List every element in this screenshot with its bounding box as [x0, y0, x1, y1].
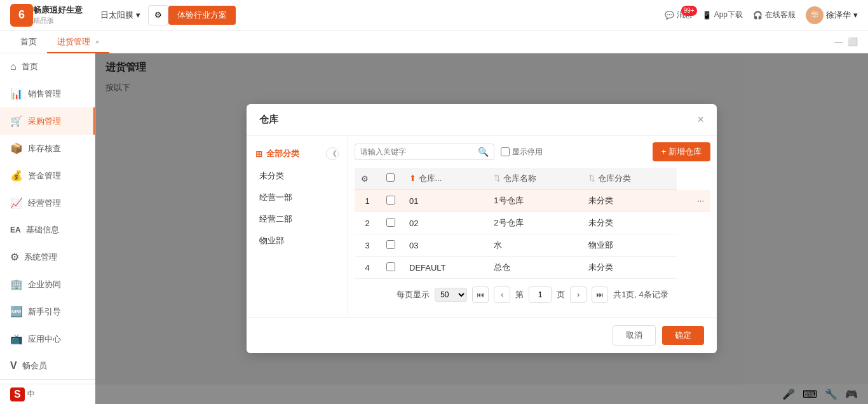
row-checkbox[interactable] [380, 234, 403, 257]
row-checkbox[interactable] [380, 257, 403, 279]
tab-home[interactable]: 首页 [10, 30, 47, 53]
tab-minimize-icon[interactable]: — [834, 37, 843, 46]
sidebar: ⌂ 首页 📊 销售管理 🛒 采购管理 📦 库存核查 💰 资金管理 📈 经营管理 … [0, 53, 95, 404]
row-category: 未分类 [582, 257, 677, 279]
chevron-down-icon: ▾ [136, 10, 140, 20]
row-category: 未分类 [582, 212, 677, 234]
sidebar-item-app-center[interactable]: 📺 应用中心 [0, 325, 95, 353]
col-settings: ⚙ [355, 168, 380, 190]
row-checkbox[interactable] [380, 212, 403, 234]
row-name: 水 [487, 234, 582, 257]
table-row[interactable]: 4 DEFAULT 总仓 未分类 [355, 257, 710, 279]
table-row[interactable]: 2 02 2号仓库 未分类 [355, 212, 710, 234]
table-header-row: ⚙ ⬆ 仓库... [355, 168, 710, 190]
page-label: 第 [515, 289, 524, 300]
table-row[interactable]: 3 03 水 物业部 [355, 234, 710, 257]
online-service-item[interactable]: 🎧 在线客服 [753, 10, 796, 20]
row-code: 01 [403, 190, 487, 212]
sidebar-item-inventory[interactable]: 📦 库存核查 [0, 135, 95, 162]
sidebar-item-system[interactable]: ⚙ 系统管理 [0, 243, 95, 271]
guide-icon: 🆕 [10, 306, 23, 318]
category-panel: ⊞ 全部分类 《 未分类 经营一部 经营二部 物业部 [247, 136, 348, 317]
messages-icon-item[interactable]: 💬 消息 99+ [665, 10, 692, 20]
tab-purchase[interactable]: 进货管理 × [47, 30, 109, 53]
app-download-item[interactable]: 📱 App下载 [702, 10, 743, 20]
sidebar-item-finance[interactable]: 💰 资金管理 [0, 162, 95, 189]
headset-icon: 🎧 [753, 11, 763, 20]
per-page-select[interactable]: 50 20 100 [435, 288, 467, 302]
sidebar-item-operation[interactable]: 📈 经营管理 [0, 189, 95, 217]
row-num: 2 [355, 212, 380, 234]
col-checkbox [380, 168, 403, 190]
phone-icon: 📱 [702, 11, 712, 20]
store-selector[interactable]: 日太阳膜 ▾ [100, 10, 140, 21]
row-num: 3 [355, 234, 380, 257]
row-actions[interactable]: ··· [677, 190, 710, 212]
sort-icon2: ⇅ [494, 173, 501, 183]
table-row[interactable]: 1 01 1号仓库 未分类 ··· [355, 190, 710, 212]
header-right: 💬 消息 99+ 📱 App下载 🎧 在线客服 华 徐泽华 ▾ [665, 6, 858, 24]
app-center-icon: 📺 [10, 333, 23, 345]
inventory-icon: 📦 [10, 142, 23, 154]
sidebar-item-base[interactable]: EA 基础信息 [0, 217, 95, 243]
category-item-property[interactable]: 物业部 [247, 230, 348, 252]
table-panel: 🔍 显示停用 + 新增仓库 [348, 136, 717, 317]
system-icon: ⚙ [10, 251, 19, 263]
show-disabled-checkbox[interactable] [501, 147, 510, 156]
row-category: 物业部 [582, 234, 677, 257]
select-all-checkbox[interactable] [386, 173, 395, 182]
category-item-uncategorized[interactable]: 未分类 [247, 165, 348, 187]
sidebar-item-enterprise[interactable]: 🏢 企业协同 [0, 271, 95, 298]
purchase-icon: 🛒 [10, 115, 23, 127]
row-code: 02 [403, 212, 487, 234]
avatar: 华 [806, 6, 824, 24]
sidebar-item-home[interactable]: ⌂ 首页 [0, 53, 95, 80]
category-item-ops2[interactable]: 经营二部 [247, 208, 348, 230]
main-layout: ⌂ 首页 📊 销售管理 🛒 采购管理 📦 库存核查 💰 资金管理 📈 经营管理 … [0, 53, 868, 404]
last-page-button[interactable]: ⏭ [592, 286, 608, 303]
sidebar-item-guide[interactable]: 🆕 新手引导 [0, 298, 95, 325]
user-chevron-icon: ▾ [853, 10, 858, 20]
logo-icon: 6 [10, 4, 33, 27]
add-warehouse-button[interactable]: + 新增仓库 [653, 142, 710, 161]
col-name: ⇅ 仓库名称 [487, 168, 582, 190]
col-category: ⇅ 仓库分类 [582, 168, 677, 190]
cancel-button[interactable]: 取消 [613, 325, 656, 346]
logo-text: 畅康逍好生意 精品版 [33, 4, 83, 25]
sidebar-item-purchase[interactable]: 🛒 采购管理 [0, 107, 95, 135]
sidebar-item-vip[interactable]: V 畅会员 [0, 353, 95, 379]
avatar-text: 华 [811, 10, 818, 20]
modal-footer: 取消 确定 [247, 317, 717, 353]
category-all-header[interactable]: ⊞ 全部分类 《 [247, 142, 348, 165]
row-checkbox[interactable] [380, 190, 403, 212]
logo-area: 6 畅康逍好生意 精品版 [10, 4, 83, 27]
confirm-button[interactable]: 确定 [662, 326, 704, 345]
user-area[interactable]: 华 徐泽华 ▾ [806, 6, 858, 24]
per-page-label: 每页显示 [397, 289, 430, 300]
row-name: 1号仓库 [487, 190, 582, 212]
prev-page-button[interactable]: ‹ [494, 286, 510, 303]
content-area: 进货管理 按以下 仓库 × ⊞ 全部分类 [95, 53, 868, 404]
tab-maximize-icon[interactable]: ⬜ [848, 37, 858, 46]
page-input[interactable] [529, 286, 552, 303]
next-page-button[interactable]: › [570, 286, 587, 303]
category-item-ops1[interactable]: 经营一部 [247, 187, 348, 208]
nav-tabs: 首页 进货管理 × — ⬜ [0, 30, 868, 53]
tab-close-icon[interactable]: × [95, 38, 99, 46]
search-input[interactable] [360, 147, 478, 156]
operation-icon: 📈 [10, 197, 23, 209]
first-page-button[interactable]: ⏮ [472, 286, 489, 303]
search-box: 🔍 [355, 144, 494, 160]
collapse-button[interactable]: 《 [326, 147, 339, 160]
row-code: DEFAULT [403, 257, 487, 279]
search-icon[interactable]: 🔍 [478, 147, 489, 157]
sidebar-item-sales[interactable]: 📊 销售管理 [0, 80, 95, 107]
modal-close-button[interactable]: × [697, 113, 704, 126]
settings-button[interactable]: ⚙ [148, 5, 168, 25]
modal-title: 仓库 [259, 114, 278, 126]
bottom-brand: 中 [27, 389, 35, 400]
try-industry-button[interactable]: 体验行业方案 [168, 6, 236, 25]
row-name: 2号仓库 [487, 212, 582, 234]
show-disabled-label[interactable]: 显示停用 [501, 147, 543, 158]
row-num: 1 [355, 190, 380, 212]
